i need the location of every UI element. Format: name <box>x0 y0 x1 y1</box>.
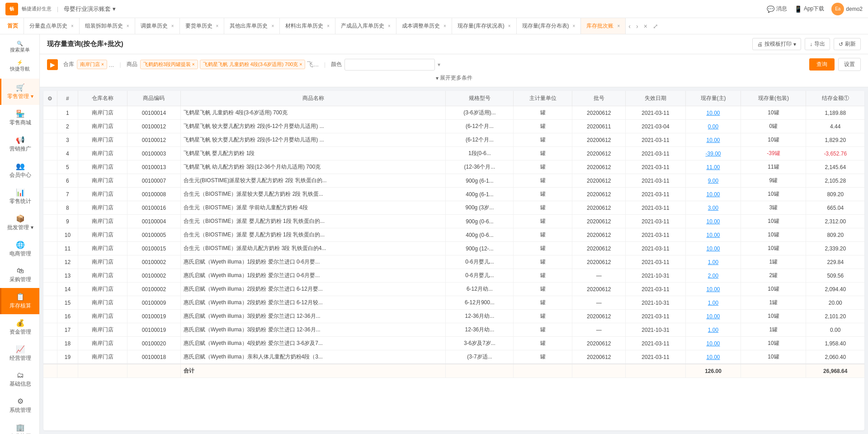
tab-xian-cun-zhuang[interactable]: 现存量(库存状况表) × <box>452 18 517 34</box>
row-qty-main[interactable]: 1.00 <box>685 255 741 269</box>
sidebar-item-ecommerce[interactable]: 🌐 电商管理 <box>0 236 39 262</box>
row-qty-main[interactable]: 10.00 <box>685 242 741 255</box>
tab-yao-huo[interactable]: 要货单历史 × <box>180 18 225 34</box>
row-no: 9 <box>57 215 78 228</box>
goods-tag-1[interactable]: 飞鹤奶粉3段丙罐提装 × <box>140 60 198 69</box>
tab-next-arrow[interactable]: › <box>633 23 641 30</box>
row-balance: 2,101.20 <box>806 310 864 323</box>
row-batch: 20200612 <box>572 133 626 147</box>
warehouse-tag-remove[interactable]: × <box>101 62 104 67</box>
goods-more[interactable]: 飞... <box>307 61 319 69</box>
setting-btn[interactable]: 设置 <box>838 58 861 71</box>
tab-cai-liao[interactable]: 材料出库单历史 × <box>280 18 335 34</box>
row-no: 17 <box>57 323 78 337</box>
tab-zu-zhai[interactable]: 组装拆卸单历史 × <box>80 18 135 34</box>
goods-tag-1-remove[interactable]: × <box>192 62 195 67</box>
row-settings <box>43 120 57 133</box>
tab-close-zu-zhai[interactable]: × <box>127 24 129 28</box>
row-qty-main[interactable]: 10.00 <box>685 350 741 364</box>
row-balance: 20.00 <box>806 296 864 310</box>
tab-ku-cun-pi[interactable]: 库存批次账 × <box>581 18 626 34</box>
table-row: 4 南岸门店 00100003 飞鹤星飞帆 婴儿配方奶粉 1段 1段(0-6..… <box>43 147 864 160</box>
tab-close-xian-cun-fen[interactable]: × <box>573 24 576 28</box>
sidebar-item-retail-mgmt[interactable]: 🛒 零售管理 ▾ <box>0 79 39 105</box>
sidebar-item-enterprise[interactable]: 🏢 企业协同 <box>0 419 39 434</box>
row-unit: 罐 <box>514 310 572 323</box>
row-qty-main[interactable]: 10.00 <box>685 310 741 323</box>
color-input[interactable] <box>344 59 435 71</box>
sidebar-item-finance[interactable]: 💰 资金管理 <box>0 314 39 340</box>
row-qty-pkg: 10罐 <box>741 215 806 228</box>
tab-home[interactable]: 首页 <box>2 18 24 34</box>
row-qty-main[interactable]: 10.00 <box>685 188 741 201</box>
row-qty-main[interactable]: 10.00 <box>685 337 741 350</box>
tab-tiao-bo[interactable]: 调拨单历史 × <box>135 18 180 34</box>
row-qty-main[interactable]: 10.00 <box>685 133 741 147</box>
sidebar-item-retail-store[interactable]: 🏪 零售商城 <box>0 105 39 131</box>
row-qty-main[interactable]: 11.00 <box>685 160 741 174</box>
sidebar-item-system[interactable]: ⚙ 系统管理 <box>0 392 39 419</box>
row-qty-main[interactable]: 1.00 <box>685 323 741 337</box>
sidebar-quicknav-btn[interactable]: ⚡ 快捷导航 <box>2 57 38 75</box>
tab-close-chan-pin[interactable]: × <box>388 24 391 28</box>
filter-toggle-btn[interactable]: ▶ <box>47 59 58 70</box>
row-qty-main[interactable]: 1.00 <box>685 296 741 310</box>
sidebar-item-ops[interactable]: 📈 经营管理 <box>0 340 39 367</box>
row-qty-main[interactable]: 2.00 <box>685 269 741 283</box>
row-qty-main[interactable]: -39.00 <box>685 147 741 160</box>
sidebar-item-member[interactable]: 👥 会员中心 <box>0 157 39 184</box>
tab-close-tiao-bo[interactable]: × <box>171 24 174 28</box>
search-btn[interactable]: 查询 <box>809 58 835 71</box>
template-print-btn[interactable]: 🖨 按模板打印 ▾ <box>752 38 801 50</box>
tab-qi-ta[interactable]: 其他出库单历史 × <box>224 18 280 34</box>
sidebar-search-btn[interactable]: 🔍 搜索菜单 <box>2 38 38 56</box>
tab-cheng-ben[interactable]: 成本调整单历史 × <box>396 18 452 34</box>
goods-tag-2-remove[interactable]: × <box>299 62 302 67</box>
row-qty-main[interactable]: 3.00 <box>685 201 741 215</box>
sidebar-item-marketing[interactable]: 📢 营销推广 <box>0 131 39 157</box>
row-spec: 900g (0-6... <box>446 215 514 228</box>
row-qty-main[interactable]: 10.00 <box>685 106 741 120</box>
tab-maximize[interactable]: ⤢ <box>650 23 661 30</box>
goods-tag-2[interactable]: 飞鹤星飞帆 儿童奶粉 4段(3-6岁适用) 700克 × <box>200 60 306 69</box>
row-qty-pkg: 10罐 <box>741 283 806 296</box>
sidebar-item-wholesale[interactable]: 📦 批发管理 ▾ <box>0 210 39 236</box>
tab-prev-arrow[interactable]: ‹ <box>626 23 633 30</box>
row-settings <box>43 106 57 120</box>
tab-close-xian-cun-zhuang[interactable]: × <box>508 24 511 28</box>
export-btn[interactable]: ↓ 导出 <box>805 38 830 50</box>
tab-xian-cun-fen[interactable]: 现存量(库存分布表) × <box>517 18 581 34</box>
sidebar-item-purchase[interactable]: 🛍 采购管理 <box>0 262 39 288</box>
row-qty-main[interactable]: 0.00 <box>685 120 741 133</box>
inventory-table: ⚙ # 仓库名称 商品编码 商品名称 规格型号 主计量单位 批号 失效日期 现存… <box>43 91 864 378</box>
tab-close-cheng-ben[interactable]: × <box>443 24 446 28</box>
tab-close-cai-liao[interactable]: × <box>327 24 330 28</box>
tab-close-ku-cun-pi[interactable]: × <box>617 24 620 28</box>
tab-close-qi-ta[interactable]: × <box>271 24 274 28</box>
row-qty-main[interactable]: 10.00 <box>685 215 741 228</box>
warehouse-more[interactable]: ... <box>109 61 114 68</box>
nav-selector[interactable]: 母婴行业演示账套 ▾ <box>64 5 116 13</box>
row-settings <box>43 215 57 228</box>
expand-conditions-btn[interactable]: ▾ 展开更多条件 <box>432 73 476 83</box>
app-download-btn[interactable]: 📱 App下载 <box>794 5 824 13</box>
tab-fen-pan[interactable]: 分量盘点单历史 × <box>24 18 80 34</box>
row-expiry: 2021-03-11 <box>626 242 685 255</box>
sidebar-item-retail-stats[interactable]: 📊 零售统计 <box>0 184 39 210</box>
message-btn[interactable]: 💬 消息 <box>767 5 787 13</box>
warehouse-tag-nanan[interactable]: 南岸门店 × <box>77 60 107 69</box>
tab-chan-pin[interactable]: 产成品入库单历史 × <box>335 18 396 34</box>
sidebar-item-basic[interactable]: 🗂 基础信息 <box>0 367 39 392</box>
table-row: 16 南岸门店 00100019 惠氏启赋（Wyeth illuma）3段奶粉 … <box>43 310 864 323</box>
row-qty-main[interactable]: 10.00 <box>685 283 741 296</box>
user-avatar[interactable]: Ea demo2 <box>831 3 863 15</box>
row-qty-main[interactable]: 9.00 <box>685 174 741 188</box>
row-qty-main[interactable]: 10.00 <box>685 228 741 242</box>
tab-close-yao-huo[interactable]: × <box>216 24 219 28</box>
tab-close-fen-pan[interactable]: × <box>71 24 74 28</box>
refresh-btn[interactable]: ↺ 刷新 <box>834 38 861 50</box>
color-dropdown-icon[interactable]: ▾ <box>438 61 440 68</box>
tab-close-all[interactable]: × <box>641 23 650 30</box>
sidebar-item-inventory[interactable]: 📋 库存核算 <box>0 288 39 314</box>
col-settings[interactable]: ⚙ <box>43 91 57 106</box>
